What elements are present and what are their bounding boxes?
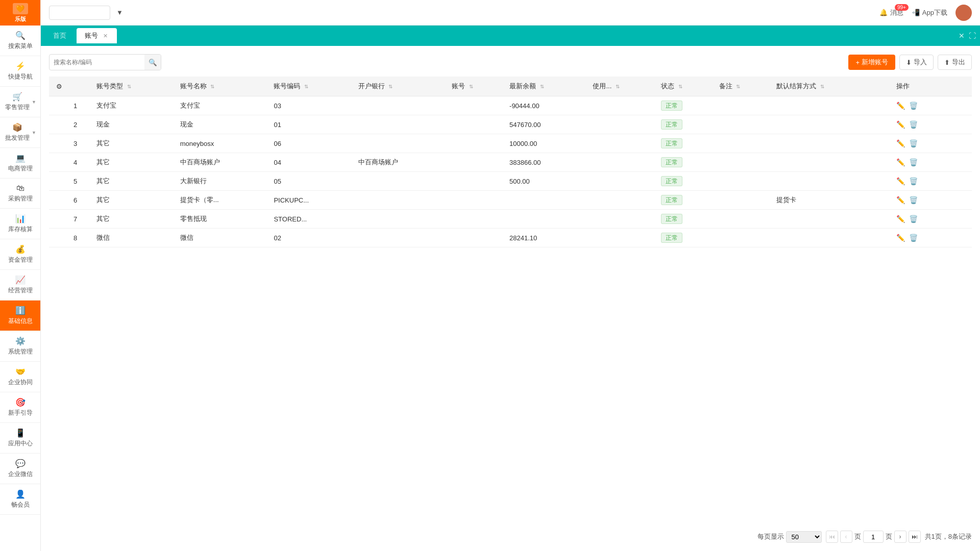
- status-badge: 正常: [661, 214, 682, 224]
- row-settings: [49, 191, 69, 210]
- row-settle: [772, 229, 892, 247]
- row-status: 正常: [657, 96, 715, 115]
- sidebar-item-search[interactable]: 🔍 搜索菜单: [0, 26, 40, 56]
- search-input[interactable]: [50, 59, 144, 66]
- col-balance[interactable]: 最新余额 ⇅: [505, 77, 589, 96]
- row-name: 微信: [176, 229, 270, 247]
- row-balance: 28241.10: [505, 229, 589, 247]
- delete-button[interactable]: 🗑️: [909, 158, 918, 166]
- page-input[interactable]: [863, 531, 884, 543]
- action-buttons: ✏️ 🗑️: [896, 215, 968, 223]
- sidebar-item-operations[interactable]: 📈 经营管理: [0, 270, 40, 300]
- top-search-input[interactable]: [49, 6, 110, 20]
- wholesale-icon: 📦: [12, 122, 22, 132]
- col-status[interactable]: 状态 ⇅: [657, 77, 715, 96]
- tab-expand-icon[interactable]: ⛶: [969, 32, 976, 40]
- col-settings[interactable]: ⚙: [49, 77, 69, 96]
- user-icon: 👤: [15, 489, 26, 499]
- col-settle[interactable]: 默认结算方式 ⇅: [772, 77, 892, 96]
- row-bank: [354, 191, 448, 210]
- row-type: 其它: [92, 191, 176, 210]
- edit-button[interactable]: ✏️: [896, 234, 905, 242]
- sidebar-item-guide[interactable]: 🎯 新手引导: [0, 392, 40, 423]
- row-settle: [772, 115, 892, 134]
- edit-button[interactable]: ✏️: [896, 177, 905, 185]
- gear-icon: ⚙️: [15, 336, 26, 346]
- row-num: 7: [69, 210, 92, 229]
- edit-button[interactable]: ✏️: [896, 158, 905, 166]
- sidebar-item-member[interactable]: 👤 畅会员: [0, 484, 40, 515]
- row-name: 零售抵现: [176, 210, 270, 229]
- sidebar-item-label: 电商管理: [8, 164, 33, 173]
- delete-button[interactable]: 🗑️: [909, 234, 918, 242]
- row-status: 正常: [657, 229, 715, 247]
- sidebar-item-wholesale[interactable]: 📦 批发管理 ▼: [0, 117, 40, 148]
- row-name: moneybosx: [176, 134, 270, 153]
- col-type[interactable]: 账号类型 ⇅: [92, 77, 176, 96]
- row-usage: [589, 96, 657, 115]
- row-num: 2: [69, 115, 92, 134]
- delete-button[interactable]: 🗑️: [909, 215, 918, 223]
- sidebar-item-finance[interactable]: 💰 资金管理: [0, 239, 40, 270]
- app-download-button[interactable]: 📲 App下载: [912, 8, 947, 17]
- row-account: [448, 191, 505, 210]
- sort-icon: ⇅: [469, 84, 473, 89]
- add-account-button[interactable]: + 新增账号: [848, 55, 895, 70]
- row-account: [448, 96, 505, 115]
- tab-close-all-icon[interactable]: ✕: [959, 32, 965, 40]
- sidebar-item-retail[interactable]: 🛒 零售管理 ▼: [0, 87, 40, 117]
- sidebar-item-purchase[interactable]: 🛍 采购管理: [0, 179, 40, 209]
- delete-button[interactable]: 🗑️: [909, 177, 918, 185]
- tab-home[interactable]: 首页: [45, 28, 75, 43]
- user-avatar[interactable]: [955, 5, 972, 21]
- import-button[interactable]: ⬇ 导入: [899, 55, 934, 70]
- row-code: 05: [270, 172, 354, 191]
- sidebar-item-inventory[interactable]: 📊 库存核算: [0, 209, 40, 239]
- next-page-button[interactable]: ›: [894, 531, 906, 543]
- prev-page-button[interactable]: ‹: [840, 531, 852, 543]
- per-page-label: 每页显示: [757, 532, 784, 541]
- delete-button[interactable]: 🗑️: [909, 139, 918, 147]
- delete-button[interactable]: 🗑️: [909, 102, 918, 110]
- delete-button[interactable]: 🗑️: [909, 120, 918, 129]
- sidebar-item-quick-nav[interactable]: ⚡ 快捷导航: [0, 56, 40, 87]
- edit-button[interactable]: ✏️: [896, 139, 905, 147]
- col-code[interactable]: 账号编码 ⇅: [270, 77, 354, 96]
- edit-button[interactable]: ✏️: [896, 215, 905, 223]
- last-page-button[interactable]: ⏭: [909, 531, 921, 543]
- sidebar-item-enterprise-wechat[interactable]: 💬 企业微信: [0, 454, 40, 484]
- col-account[interactable]: 账号 ⇅: [448, 77, 505, 96]
- status-badge: 正常: [661, 119, 682, 130]
- first-page-button[interactable]: ⏮: [826, 531, 838, 543]
- per-page-dropdown[interactable]: 50 10 20 100: [786, 531, 822, 543]
- col-name[interactable]: 账号名称 ⇅: [176, 77, 270, 96]
- sidebar-item-basic-info[interactable]: ℹ️ 基础信息: [0, 300, 40, 331]
- col-usage[interactable]: 使用... ⇅: [589, 77, 657, 96]
- message-button[interactable]: 🔔 消息 99+: [879, 8, 903, 17]
- delete-button[interactable]: 🗑️: [909, 196, 918, 204]
- sidebar-item-ecommerce[interactable]: 💻 电商管理: [0, 148, 40, 179]
- status-badge: 正常: [661, 138, 682, 148]
- tab-close-icon[interactable]: ✕: [102, 33, 109, 39]
- add-icon: +: [855, 59, 860, 66]
- edit-button[interactable]: ✏️: [896, 102, 905, 110]
- row-code: STORED...: [270, 210, 354, 229]
- row-account: [448, 134, 505, 153]
- sidebar-item-system[interactable]: ⚙️ 系统管理: [0, 331, 40, 362]
- dropdown-button[interactable]: ▼: [116, 9, 123, 16]
- sidebar-item-label: 库存核算: [8, 225, 33, 234]
- export-button[interactable]: ⬆ 导出: [938, 55, 972, 70]
- operations-icon: 📈: [15, 275, 26, 285]
- col-remark[interactable]: 备注 ⇅: [715, 77, 773, 96]
- search-button[interactable]: 🔍: [144, 54, 161, 70]
- col-bank[interactable]: 开户银行 ⇅: [354, 77, 448, 96]
- row-settle: [772, 134, 892, 153]
- edit-button[interactable]: ✏️: [896, 120, 905, 129]
- sidebar-item-app-center[interactable]: 📱 应用中心: [0, 423, 40, 454]
- finance-icon: 💰: [15, 244, 26, 254]
- edit-button[interactable]: ✏️: [896, 196, 905, 204]
- sidebar-item-enterprise[interactable]: 🤝 企业协同: [0, 362, 40, 392]
- action-buttons: ✏️ 🗑️: [896, 158, 968, 166]
- row-balance: -90444.00: [505, 96, 589, 115]
- tab-accounts[interactable]: 账号 ✕: [77, 28, 117, 43]
